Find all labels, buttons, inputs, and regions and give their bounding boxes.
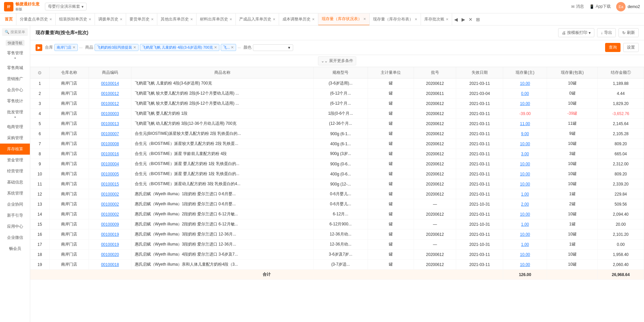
sidebar-item-finance[interactable]: 资金管理 xyxy=(0,155,30,166)
sidebar-item-guide[interactable]: 新手引导 xyxy=(0,210,30,221)
tab-batch-voucher[interactable]: 库存批次账 ✕ xyxy=(421,13,452,25)
sidebar-item-marketing[interactable]: 营销推广 xyxy=(0,73,30,85)
sidebar-item-member-card[interactable]: 畅会员 xyxy=(0,243,30,254)
sidebar-item-wholesale[interactable]: 批发管理 ▾ xyxy=(0,107,30,121)
row-qty-main[interactable]: 10.00 xyxy=(503,139,547,149)
row-code[interactable]: 00100012 xyxy=(89,99,131,109)
tab-product-in[interactable]: 产成品入库单历史 ✕ xyxy=(236,13,279,25)
row-code[interactable]: 00100005 xyxy=(89,169,131,179)
row-code[interactable]: 00100014 xyxy=(89,78,131,89)
search-menu-btn[interactable]: 🔍 搜索菜单 xyxy=(2,28,28,36)
row-qty-main[interactable]: 10.00 xyxy=(503,78,547,89)
product-tag-close-icon-2[interactable]: ✕ xyxy=(214,45,217,50)
row-qty-main[interactable]: 10.00 xyxy=(503,250,547,260)
row-qty-main[interactable]: 10.00 xyxy=(503,260,547,270)
tab-close-icon[interactable]: ✕ xyxy=(49,17,52,21)
row-code[interactable]: 00100013 xyxy=(89,119,131,129)
tab-inventory-dist[interactable]: 现存量（库存分布表） ✕ xyxy=(370,13,421,25)
export-btn[interactable]: ↓ 导出 xyxy=(597,28,616,37)
product-tag-1[interactable]: 飞鹤奶粉3段丙措提装 ✕ xyxy=(95,44,139,51)
sidebar-item-purchase[interactable]: 采购管理 xyxy=(0,132,30,144)
tab-next-btn[interactable]: ▶ xyxy=(460,13,467,25)
row-qty-main[interactable]: 1.00 xyxy=(503,239,547,250)
product-tag-close-icon-1[interactable]: ✕ xyxy=(133,45,136,50)
filter-expand-btn[interactable]: ▶ xyxy=(36,44,42,51)
row-code[interactable]: 00100002 xyxy=(89,209,131,219)
tab-disassemble[interactable]: 组装拆卸单历史 ✕ xyxy=(56,13,95,25)
tab-split-inventory[interactable]: 分量盘点单历史 ✕ xyxy=(16,13,56,25)
warehouse-tag-close-icon[interactable]: ✕ xyxy=(72,45,75,50)
warehouse-more-icon[interactable]: ··· xyxy=(79,45,83,50)
row-qty-main[interactable]: 11.00 xyxy=(503,119,547,129)
row-qty-main[interactable]: 2.00 xyxy=(503,199,547,209)
tab-close-all-btn[interactable]: ✕ xyxy=(467,13,474,25)
tab-other-out[interactable]: 其他出库单历史 ✕ xyxy=(157,13,197,25)
tab-close-icon[interactable]: ✕ xyxy=(273,17,275,21)
sidebar-item-enterprise[interactable]: 企业协同 xyxy=(0,199,30,210)
sidebar-item-inventory[interactable]: 库存核算 xyxy=(0,144,30,155)
row-code[interactable]: 00100016 xyxy=(89,149,131,159)
sidebar-item-system[interactable]: 系统管理 xyxy=(0,188,30,199)
row-qty-main[interactable]: -39.00 xyxy=(503,109,547,119)
row-code[interactable]: 00100019 xyxy=(89,239,131,250)
sidebar-item-enterprise-wechat[interactable]: 企业微信 xyxy=(0,232,30,243)
color-dropdown[interactable]: ▾ xyxy=(253,44,293,51)
row-code[interactable]: 00100009 xyxy=(89,219,131,229)
tab-close-icon[interactable]: ✕ xyxy=(312,17,315,21)
tab-home[interactable]: 首页 xyxy=(1,13,16,25)
tab-close-icon[interactable]: ✕ xyxy=(151,17,154,21)
row-code[interactable]: 00100004 xyxy=(89,159,131,169)
product-tag-close-icon-3[interactable]: ✕ xyxy=(231,45,234,50)
row-code[interactable]: 00100002 xyxy=(89,189,131,199)
row-qty-main[interactable]: 10.00 xyxy=(503,169,547,179)
tab-close-icon[interactable]: ✕ xyxy=(415,17,417,21)
sidebar-item-app-center[interactable]: 应用中心 xyxy=(0,221,30,232)
row-code[interactable]: 00100012 xyxy=(89,89,131,99)
tab-close-icon[interactable]: ✕ xyxy=(229,17,232,21)
warehouse-tag-nangang[interactable]: 南岸门店 ✕ xyxy=(54,44,78,51)
product-tag-3[interactable]: 飞... ✕ xyxy=(221,44,236,51)
query-btn[interactable]: 查询 xyxy=(605,43,621,52)
tab-menu-btn[interactable]: ⊞ xyxy=(474,13,482,25)
sidebar-item-retail-mall[interactable]: 零售商城 xyxy=(0,62,30,73)
sidebar-item-ecommerce[interactable]: 电商管理 xyxy=(0,121,30,132)
sidebar-item-member[interactable]: 会员中心 xyxy=(0,85,30,96)
row-code[interactable]: 00100008 xyxy=(89,139,131,149)
tab-close-icon[interactable]: ✕ xyxy=(363,17,366,21)
row-qty-main[interactable]: 3.00 xyxy=(503,149,547,159)
tab-require[interactable]: 要货单历史 ✕ xyxy=(126,13,157,25)
row-code[interactable]: 00100007 xyxy=(89,129,131,139)
row-code[interactable]: 00100018 xyxy=(89,260,131,270)
sidebar-item-business[interactable]: 经营管理 xyxy=(0,166,30,177)
row-qty-main[interactable]: 10.00 xyxy=(503,159,547,169)
workspace-selector[interactable]: 母婴行业演示账套 ▾ xyxy=(45,3,87,10)
settings-btn[interactable]: 设置 xyxy=(623,43,639,52)
product-more-icon[interactable]: ··· xyxy=(237,45,241,50)
tab-material-out[interactable]: 材料出库单历史 ✕ xyxy=(197,13,236,25)
row-code[interactable]: 00100020 xyxy=(89,250,131,260)
row-code[interactable]: 00100002 xyxy=(89,199,131,209)
row-qty-main[interactable]: 10.00 xyxy=(503,209,547,219)
print-btn[interactable]: 🖨 按模板打印 ▾ xyxy=(558,28,594,37)
tab-adjust[interactable]: 调拨单历史 ✕ xyxy=(95,13,126,25)
row-code[interactable]: 00100015 xyxy=(89,179,131,189)
expand-more-btn[interactable]: ⌄⌄ 展开更多条件 xyxy=(318,56,356,65)
tab-close-icon[interactable]: ✕ xyxy=(446,17,448,21)
row-qty-main[interactable]: 10.00 xyxy=(503,179,547,189)
row-qty-main[interactable]: 1.00 xyxy=(503,219,547,229)
sidebar-item-retail-stats[interactable]: 零售统计 xyxy=(0,96,30,107)
user-area[interactable]: Ea demo2 xyxy=(616,2,640,11)
tab-cost-adjust[interactable]: 成本调整单历史 ✕ xyxy=(279,13,318,25)
row-qty-main[interactable]: 1.00 xyxy=(503,189,547,199)
column-settings-icon[interactable]: ⚙ xyxy=(38,70,42,75)
row-code[interactable]: 00100019 xyxy=(89,229,131,239)
refresh-btn[interactable]: ↻ 刷新 xyxy=(619,28,639,37)
row-qty-main[interactable]: 0.00 xyxy=(503,89,547,99)
row-code[interactable]: 00100003 xyxy=(89,109,131,119)
product-tag-2[interactable]: 飞鹤星飞帆 儿童奶粉 4段(3-6岁适用) 700克 ✕ xyxy=(140,44,219,51)
message-btn[interactable]: ✉ 消息 xyxy=(571,4,584,9)
quick-nav-label[interactable]: 快捷导航 xyxy=(6,40,24,46)
tab-close-icon[interactable]: ✕ xyxy=(89,17,91,21)
row-qty-main[interactable]: 10.00 xyxy=(503,229,547,239)
sidebar-item-basic[interactable]: 基础信息 xyxy=(0,177,30,188)
